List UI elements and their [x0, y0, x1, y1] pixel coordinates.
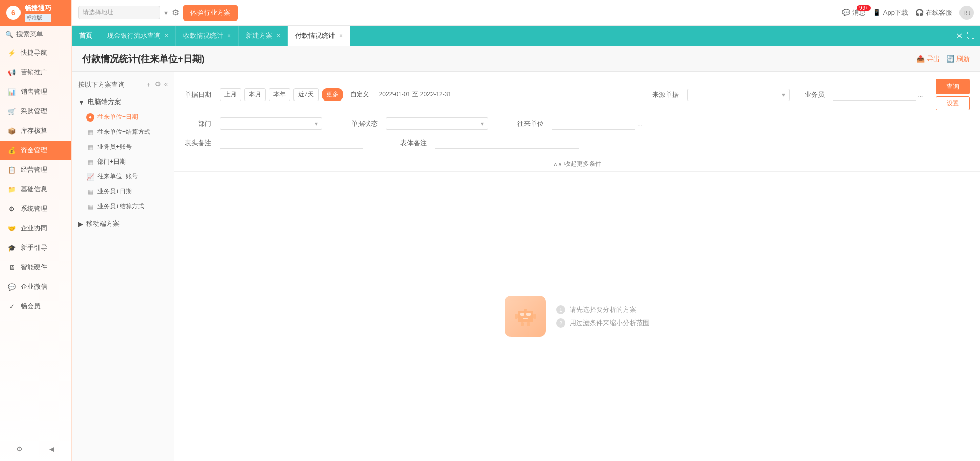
- topbar-right: 💬 消息 99+ 📱 App下载 🎧 在线客服 Rit: [842, 6, 974, 20]
- body-note-input[interactable]: [435, 137, 579, 149]
- avatar[interactable]: Rit: [959, 6, 974, 20]
- sidebar-settings-btn[interactable]: ⚙: [5, 442, 34, 456]
- topbar-gear-icon[interactable]: ⚙: [172, 8, 179, 17]
- header-note-input[interactable]: [220, 137, 363, 149]
- tab-payment-close[interactable]: ×: [339, 32, 343, 39]
- scheme-group-mobile-header[interactable]: ▶ 移动端方案: [72, 216, 174, 231]
- enterprise-icon: 🤝: [7, 224, 16, 233]
- unit-input[interactable]: [552, 118, 635, 130]
- chevron-right-icon: ▶: [78, 220, 83, 228]
- sidebar-item-member[interactable]: ✓ 畅会员: [0, 296, 71, 316]
- empty-tip-1: 1 请先选择要分析的方案: [556, 305, 650, 314]
- sidebar-item-funds[interactable]: 💰 资金管理: [0, 141, 71, 160]
- sidebar-item-system[interactable]: ⚙ 系统管理: [0, 199, 71, 218]
- left-panel-settings-icon[interactable]: ⚙: [155, 80, 161, 89]
- staff-filter-wrapper: ...: [833, 89, 924, 101]
- sidebar-collapse-btn[interactable]: ◀: [38, 442, 67, 456]
- collapse-label: 收起更多条件: [564, 159, 601, 168]
- scheme-item-staff-settle-label: 业务员+结算方式: [97, 202, 144, 211]
- sidebar-item-inventory[interactable]: 📦 库存核算: [0, 121, 71, 141]
- date-btn-this-year[interactable]: 本年: [269, 88, 290, 101]
- tab-receipt-close[interactable]: ×: [227, 32, 231, 39]
- empty-robot-illustration: [505, 296, 546, 337]
- scheme-item-unit-account-label: 往来单位+账号: [97, 172, 138, 181]
- dept-select[interactable]: ▾: [220, 117, 322, 130]
- empty-tip-2: 2 用过滤条件来缩小分析范围: [556, 318, 650, 328]
- sidebar-item-label: 畅会员: [21, 302, 41, 311]
- tab-bank[interactable]: 现金银行流水查询 ×: [100, 26, 176, 46]
- export-btn[interactable]: 📤 导出: [916, 54, 940, 64]
- svg-rect-0: [518, 311, 533, 322]
- date-btn-more[interactable]: 更多: [322, 88, 343, 101]
- left-panel: 按以下方案查询 ＋ ⚙ « ▼ 电脑端方案 ● 往来单位+日期: [72, 72, 174, 461]
- sidebar-item-quick-nav[interactable]: ⚡ 快捷导航: [0, 43, 71, 63]
- date-btn-this-month[interactable]: 本月: [244, 88, 266, 101]
- scheme-item-staff-settle[interactable]: ▦ 业务员+结算方式: [72, 199, 174, 214]
- sidebar-item-wechat[interactable]: 💬 企业微信: [0, 277, 71, 296]
- service-btn[interactable]: 🎧 在线客服: [915, 8, 952, 17]
- refresh-label: 刷新: [956, 54, 970, 64]
- basic-icon: 📁: [7, 185, 16, 194]
- tab-bank-label: 现金银行流水查询: [107, 31, 161, 41]
- unit-more-btn[interactable]: ...: [637, 120, 643, 128]
- page-header-right: 📤 导出 🔄 刷新: [916, 54, 970, 64]
- topbar: 请选择地址 ▾ ⚙ 体验行业方案 💬 消息 99+ 📱 App下载 🎧 在线客服…: [72, 0, 980, 26]
- sidebar-item-label: 销售管理: [21, 87, 47, 96]
- filter-row-1: 单据日期 上月 本月 本年 近7天 更多 自定义 2022-01-01 至 20…: [185, 79, 970, 110]
- scheme-item-dept-date[interactable]: ▦ 部门+日期: [72, 154, 174, 169]
- sales-icon: 📊: [7, 87, 16, 96]
- address-display[interactable]: 请选择地址: [78, 6, 160, 19]
- tab-home[interactable]: 首页: [72, 26, 100, 46]
- page-header: 付款情况统计(往来单位+日期) 📤 导出 🔄 刷新: [72, 46, 980, 72]
- scheme-item-unit-date[interactable]: ● 往来单位+日期: [72, 110, 174, 125]
- scheme-item-staff-date[interactable]: ▦ 业务员+日期: [72, 184, 174, 199]
- sidebar-item-enterprise[interactable]: 🤝 企业协同: [0, 218, 71, 238]
- sidebar-item-label: 企业微信: [21, 282, 47, 291]
- tab-receipt[interactable]: 收款情况统计 ×: [176, 26, 239, 46]
- tab-payment[interactable]: 付款情况统计 ×: [288, 26, 350, 46]
- source-select[interactable]: ▾: [687, 89, 790, 101]
- empty-tips: 1 请先选择要分析的方案 2 用过滤条件来缩小分析范围: [556, 305, 650, 328]
- staff-more-btn[interactable]: ...: [918, 91, 924, 98]
- trial-btn[interactable]: 体验行业方案: [183, 5, 238, 21]
- scheme-item-unit-account[interactable]: 📈 往来单位+账号: [72, 169, 174, 184]
- address-dropdown-icon[interactable]: ▾: [164, 9, 168, 17]
- scheme-item-unit-settle[interactable]: ▦ 往来单位+结算方式: [72, 125, 174, 139]
- refresh-btn[interactable]: 🔄 刷新: [946, 54, 970, 64]
- tab-new-scheme-close[interactable]: ×: [277, 32, 280, 39]
- sidebar-item-operations[interactable]: 📋 经营管理: [0, 160, 71, 179]
- date-btn-last-7[interactable]: 近7天: [293, 88, 319, 101]
- sidebar-item-label: 新手引导: [21, 243, 47, 252]
- messages-btn[interactable]: 💬 消息 99+: [842, 8, 866, 17]
- left-panel-add-icon[interactable]: ＋: [145, 80, 152, 89]
- sidebar-item-hardware[interactable]: 🖥 智能硬件: [0, 257, 71, 277]
- sidebar-item-label: 快捷导航: [21, 48, 47, 57]
- scheme-group-mobile: ▶ 移动端方案: [72, 216, 174, 231]
- scheme-item-staff-account[interactable]: ▦ 业务员+账号: [72, 139, 174, 154]
- tab-expand-btn[interactable]: ⛶: [967, 31, 975, 41]
- status-select[interactable]: ▾: [386, 117, 488, 130]
- tab-payment-label: 付款情况统计: [295, 31, 335, 41]
- sidebar-item-sales[interactable]: 📊 销售管理: [0, 82, 71, 102]
- collapse-filter-btn[interactable]: ∧∧ 收起更多条件: [195, 156, 959, 171]
- scheme-group-desktop-header[interactable]: ▼ 电脑端方案: [72, 94, 174, 110]
- tab-close-all-btn[interactable]: ✕: [956, 31, 963, 41]
- sidebar-item-purchase[interactable]: 🛒 采购管理: [0, 102, 71, 121]
- settings-btn[interactable]: 设置: [936, 96, 970, 110]
- left-panel-collapse-icon[interactable]: «: [164, 80, 168, 89]
- sidebar-item-marketing[interactable]: 📢 营销推广: [0, 63, 71, 82]
- query-btn[interactable]: 查询: [936, 79, 970, 94]
- dept-dropdown-icon: ▾: [315, 120, 318, 127]
- filter-dates: 上月 本月 本年 近7天 更多 自定义 2022-01-01 至 2022-12…: [220, 88, 452, 101]
- tab-new-scheme[interactable]: 新建方案 ×: [239, 26, 288, 46]
- logo-text-group: 畅捷通巧 标准版: [25, 4, 51, 22]
- tab-right-btns: ✕ ⛶: [951, 26, 980, 46]
- tab-bank-close[interactable]: ×: [165, 32, 168, 39]
- date-btn-last-month[interactable]: 上月: [220, 88, 241, 101]
- sidebar-item-basic[interactable]: 📁 基础信息: [0, 179, 71, 199]
- search-menu[interactable]: 🔍 搜索菜单: [0, 26, 71, 43]
- sidebar-item-guide[interactable]: 🎓 新手引导: [0, 238, 71, 257]
- svg-rect-7: [521, 322, 524, 326]
- staff-input[interactable]: [833, 89, 916, 101]
- app-download-btn[interactable]: 📱 App下载: [873, 8, 908, 17]
